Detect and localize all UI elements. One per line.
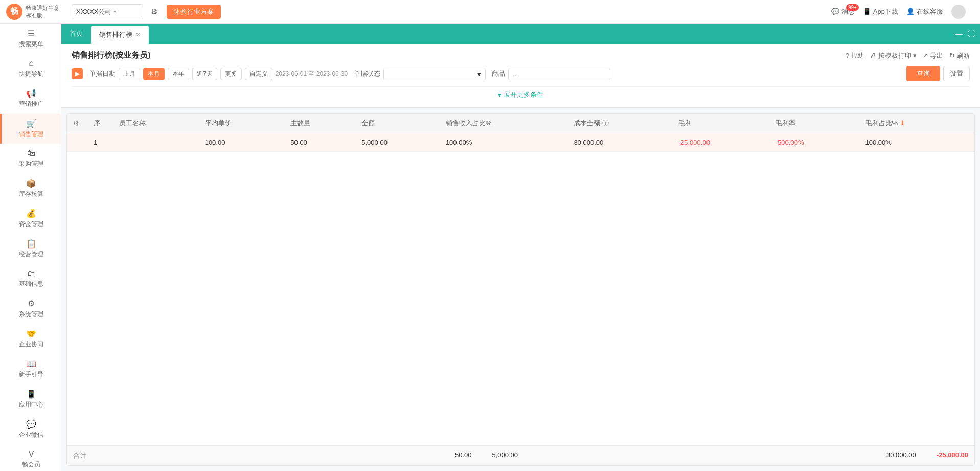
th-avg-price: 平均单价: [199, 114, 285, 133]
print-chevron-icon: ▾: [913, 52, 917, 59]
table-footer: 合计 50.00 5,000.00 30,000.00 -25,000.00: [67, 445, 974, 465]
th-gross-ratio: 毛利占比% ⬇: [859, 114, 974, 133]
date-btn-current-year[interactable]: 本年: [168, 68, 189, 80]
topbar-right: 💬 消息 99+ 📱 App下载 👤 在线客服: [831, 5, 974, 19]
sidebar-item-basic-info[interactable]: 🗂 基础信息: [0, 264, 61, 294]
gear-button[interactable]: ⚙: [146, 4, 162, 19]
marketing-icon: 📢: [26, 88, 36, 98]
avatar[interactable]: [951, 5, 966, 19]
date-btn-current-month[interactable]: 本月: [143, 68, 165, 80]
minimize-icon[interactable]: —: [955, 30, 963, 38]
footer-label: 合计: [73, 451, 86, 460]
sidebar-item-purchase[interactable]: 🛍 采购管理: [0, 144, 61, 173]
company-name: XXXXX公司: [76, 7, 111, 16]
date-btn-custom[interactable]: 自定义: [245, 68, 272, 80]
member-icon: V: [29, 450, 34, 459]
topbar: 畅 畅康通好生意 标准版 XXXXX公司 ▾ ⚙ 体验行业方案 💬 消息 99+…: [0, 0, 980, 24]
td-amount: 5,000.00: [355, 133, 440, 152]
message-badge: 99+: [846, 4, 859, 11]
filter-row-1: ▶ 单据日期 上月 本月 本年 近7天 更多 自定义 2023-06-01 至 …: [72, 66, 970, 86]
trial-button[interactable]: 体验行业方案: [167, 5, 221, 19]
basic-info-icon: 🗂: [27, 269, 35, 278]
th-cost-amount: 成本全额 ⓘ: [567, 114, 672, 133]
sidebar-item-marketing[interactable]: 📢 营销推广: [0, 83, 61, 114]
date-btn-7days[interactable]: 近7天: [192, 68, 217, 80]
sidebar-item-search-order[interactable]: ☰ 搜索菜单: [0, 24, 61, 54]
maximize-icon[interactable]: ⛶: [968, 30, 975, 38]
goods-ellipsis-icon[interactable]: ...: [513, 70, 518, 78]
table-header-row: ⚙ 序 员工名称 平均单价 主数量 全额 销售收入占比% 成本全额 ⓘ 毛利: [67, 114, 974, 133]
th-gross-profit: 毛利: [672, 114, 769, 133]
td-gross-profit: -25,000.00: [672, 133, 769, 152]
date-filter-group: 单据日期 上月 本月 本年 近7天 更多 自定义 2023-06-01 至 20…: [89, 68, 348, 80]
goods-filter-group: 商品 ...: [492, 68, 610, 80]
query-button[interactable]: 查询: [906, 66, 940, 81]
td-gross-rate: -500.00%: [769, 133, 859, 152]
footer-amount: 5,000.00: [492, 451, 518, 460]
date-filter-label: 单据日期: [89, 69, 116, 78]
expand-more-row: ▾ 展开更多条件: [72, 86, 970, 107]
tab-bar: 首页 销售排行榜 ✕ — ⛶: [61, 24, 980, 44]
service-icon: 👤: [906, 8, 915, 15]
sidebar-item-member[interactable]: V 畅会员: [0, 444, 61, 471]
td-sales-ratio: 100.00%: [440, 133, 568, 152]
status-chevron-icon: ▾: [477, 70, 481, 78]
logo-text: 畅康通好生意 标准版: [26, 4, 59, 19]
settings-button[interactable]: 设置: [943, 66, 970, 81]
expand-more-button[interactable]: ▾ 展开更多条件: [72, 87, 970, 102]
sidebar-item-wechat[interactable]: 💬 企业微信: [0, 414, 61, 444]
export-icon: ↗: [923, 52, 928, 59]
refresh-button[interactable]: ↻ 刷新: [949, 51, 970, 60]
date-btn-last-month[interactable]: 上月: [119, 68, 140, 80]
sales-icon: 🛒: [26, 119, 36, 128]
sidebar-item-sales[interactable]: 🛒 销售管理: [0, 114, 61, 144]
finance-icon: 💰: [26, 209, 36, 218]
footer-main-qty: 50.00: [455, 451, 472, 460]
message-button[interactable]: 💬 消息 99+: [831, 7, 855, 16]
filter-toggle-arrow[interactable]: ▶: [72, 68, 83, 79]
export-button[interactable]: ↗ 导出: [923, 51, 943, 60]
page-content: 销售排行榜(按业务员) ? 帮助 🖨 按模板打印 ▾ ↗: [61, 44, 980, 471]
sidebar-item-inventory[interactable]: 📦 库存核算: [0, 173, 61, 204]
sidebar-item-system[interactable]: ⚙ 系统管理: [0, 294, 61, 324]
chevron-down-icon: ▾: [113, 9, 116, 14]
sidebar-item-guide[interactable]: 📖 新手引导: [0, 354, 61, 384]
status-select[interactable]: ▾: [383, 68, 486, 80]
help-button[interactable]: ? 帮助: [846, 51, 864, 60]
online-service-button[interactable]: 👤 在线客服: [906, 7, 943, 16]
td-avg-price: 100.00: [199, 133, 285, 152]
footer-gross-profit: -25,000.00: [937, 451, 968, 460]
tab-sales-ranking[interactable]: 销售排行榜 ✕: [91, 26, 149, 44]
message-icon: 💬: [831, 8, 839, 15]
th-main-qty: 主数量: [284, 114, 355, 133]
table-row: 1 100.00 50.00 5,000.00 100.00% 30,000.0…: [67, 133, 974, 152]
data-table: ⚙ 序 员工名称 平均单价 主数量 全额 销售收入占比% 成本全额 ⓘ 毛利: [67, 114, 974, 152]
sidebar-item-cooperation[interactable]: 🤝 企业协同: [0, 324, 61, 354]
td-settings: [67, 133, 87, 152]
sidebar-item-finance[interactable]: 💰 资金管理: [0, 204, 61, 234]
tab-home[interactable]: 首页: [61, 24, 91, 44]
inventory-icon: 📦: [26, 178, 36, 188]
date-btn-more[interactable]: 更多: [220, 68, 242, 80]
tab-bar-right: — ⛶: [955, 30, 980, 38]
sidebar-item-quick-nav[interactable]: ⌂ 快捷导航: [0, 54, 61, 83]
purchase-icon: 🛍: [27, 149, 35, 158]
help-icon: ?: [846, 52, 849, 59]
company-selector[interactable]: XXXXX公司 ▾: [72, 4, 143, 19]
expand-chevron-icon: ▾: [498, 91, 502, 99]
tab-close-icon[interactable]: ✕: [135, 31, 141, 38]
sidebar-item-app-center[interactable]: 📱 应用中心: [0, 384, 61, 414]
logo-area: 畅 畅康通好生意 标准版: [6, 4, 67, 20]
page-title: 销售排行榜(按业务员): [72, 50, 151, 61]
sidebar-item-operations[interactable]: 📋 经营管理: [0, 234, 61, 264]
print-button[interactable]: 🖨 按模板打印 ▾: [870, 51, 917, 60]
print-icon: 🖨: [870, 52, 877, 59]
app-download-button[interactable]: 📱 App下载: [863, 7, 898, 16]
sidebar: ☰ 搜索菜单 ⌂ 快捷导航 📢 营销推广 🛒 销售管理 🛍 采购管理 📦 库存核…: [0, 24, 61, 471]
footer-cost-amount: 30,000.00: [886, 451, 916, 460]
td-gross-ratio: 100.00%: [859, 133, 974, 152]
header-actions: ? 帮助 🖨 按模板打印 ▾ ↗ 导出 ↻: [846, 51, 970, 60]
gross-ratio-sort-icon: ⬇: [900, 119, 905, 127]
goods-input[interactable]: ...: [508, 68, 610, 80]
date-range-text: 2023-06-01 至 2023-06-30: [276, 70, 348, 78]
